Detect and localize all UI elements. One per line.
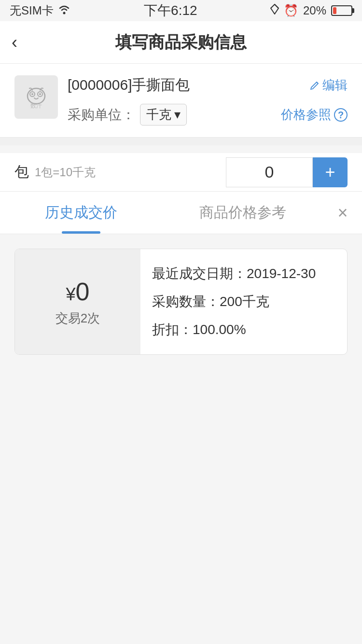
svg-point-1 [28, 88, 45, 104]
unit-label: 采购单位： 千克 ▾ [68, 104, 187, 126]
edit-button[interactable]: 编辑 [309, 77, 348, 94]
history-transaction-count: 交易2次 [56, 310, 100, 327]
carrier-text: 无SIM卡 [10, 3, 54, 18]
section-divider-1 [0, 138, 362, 145]
history-price-section: ¥0 交易2次 [15, 249, 140, 354]
battery-percent: 20% [303, 4, 326, 17]
recent-date-row: 最近成交日期：2019-12-30 [152, 264, 335, 284]
location-icon [270, 4, 279, 17]
tab-bar: 历史成交价 商品价格参考 × [0, 192, 362, 234]
status-right: ⏰ 20% [270, 4, 352, 17]
unit-select[interactable]: 千克 ▾ [140, 104, 187, 126]
time-display: 下午6:12 [144, 1, 197, 20]
quantity-section: 包 1包=10千克 + [0, 153, 362, 192]
product-section: 数汁 [0000006]手撕面包 编辑 采购单位： 千 [0, 64, 362, 138]
product-top-row: [0000006]手撕面包 编辑 [68, 75, 348, 95]
history-card: ¥0 交易2次 最近成交日期：2019-12-30 采购数量：200千克 折扣：… [14, 249, 348, 355]
tab-history-price[interactable]: 历史成交价 [0, 192, 162, 234]
svg-point-0 [63, 12, 65, 14]
page-title: 填写商品采购信息 [115, 31, 247, 54]
tab-active-indicator [62, 231, 100, 234]
product-thumbnail: 数汁 [14, 75, 58, 119]
alarm-icon: ⏰ [284, 4, 298, 17]
product-name: [0000006]手撕面包 [68, 75, 190, 95]
quantity-conversion: 1包=10千克 [35, 165, 96, 180]
close-panel-button[interactable]: × [323, 203, 362, 223]
back-button[interactable]: ‹ [12, 32, 17, 53]
product-unit-row: 采购单位： 千克 ▾ 价格参照 ? [68, 104, 348, 126]
quantity-input[interactable] [226, 157, 313, 187]
product-row: 数汁 [0000006]手撕面包 编辑 采购单位： 千 [14, 75, 348, 126]
svg-point-5 [39, 93, 41, 95]
discount-row: 折扣：100.00% [152, 320, 335, 340]
svg-point-4 [31, 93, 33, 95]
battery-icon [331, 5, 352, 16]
nav-bar: ‹ 填写商品采购信息 [0, 21, 362, 64]
quantity-plus-button[interactable]: + [313, 157, 348, 187]
product-logo-icon: 数汁 [22, 81, 51, 114]
history-price-value: ¥0 [66, 277, 90, 306]
info-icon: ? [334, 108, 348, 122]
history-content: ¥0 交易2次 最近成交日期：2019-12-30 采购数量：200千克 折扣：… [0, 234, 362, 369]
currency-symbol: ¥ [66, 284, 76, 304]
history-details-section: 最近成交日期：2019-12-30 采购数量：200千克 折扣：100.00% [140, 249, 347, 354]
status-left: 无SIM卡 [10, 3, 71, 18]
tab-product-price-ref[interactable]: 商品价格参考 [162, 192, 323, 234]
price-panel: 历史成交价 商品价格参考 × ¥0 交易2次 最近成交日期：2019-12-30 [0, 192, 362, 369]
status-bar: 无SIM卡 下午6:12 ⏰ 20% [0, 0, 362, 21]
price-reference-button[interactable]: 价格参照 ? [281, 106, 348, 123]
wifi-icon [57, 4, 71, 17]
chevron-down-icon: ▾ [174, 107, 181, 122]
quantity-label: 包 1包=10千克 [14, 162, 96, 182]
quantity-unit-badge: 包 [14, 162, 29, 182]
product-info: [0000006]手撕面包 编辑 采购单位： 千克 ▾ [68, 75, 348, 126]
quantity-input-group: + [226, 157, 348, 187]
quantity-row: 采购数量：200千克 [152, 292, 335, 312]
svg-text:数汁: 数汁 [30, 102, 42, 109]
